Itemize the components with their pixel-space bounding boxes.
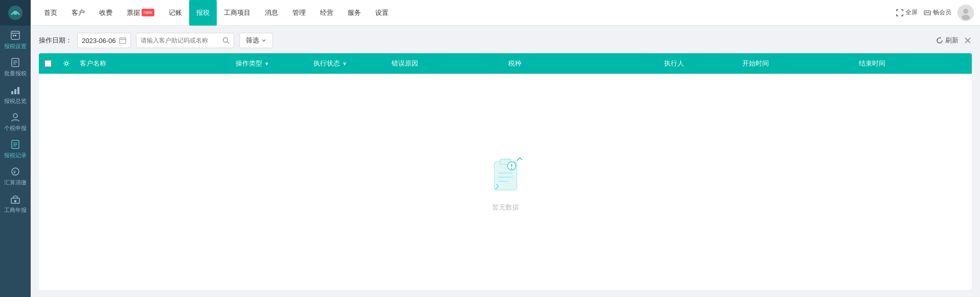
search-input[interactable]: [136, 37, 218, 44]
sidebar-item-baoshui-zonglam-label: 报税总览: [4, 97, 27, 104]
th-checkbox[interactable]: [39, 60, 57, 67]
baoshui-jilu-icon: [10, 139, 21, 150]
vip-button[interactable]: 畅会员: [924, 8, 951, 17]
nav-item-shezhi[interactable]: 设置: [368, 0, 396, 26]
piaoju-badge: new: [142, 9, 154, 16]
huisuan-jiaona-icon: ¥: [10, 166, 21, 177]
table-header: 客户名称 操作类型 ▼ 执行状态 ▼ 错误原因 税种 执行人: [39, 53, 972, 74]
svg-rect-22: [924, 11, 930, 15]
sidebar-item-baoshui-jilu-label: 报税记录: [4, 152, 27, 159]
baoshui-shezhi-icon: [10, 30, 21, 41]
close-icon: [964, 36, 972, 45]
select-all-checkbox[interactable]: [44, 60, 52, 67]
nav-item-baoshui[interactable]: 报税: [189, 0, 217, 26]
th-settings[interactable]: [57, 60, 76, 67]
empty-text: 暂无数据: [492, 203, 519, 212]
sidebar-item-gongshang-nianbao[interactable]: 工商年报: [0, 189, 31, 217]
top-nav: 首页 客户 收费 票据 new 记账 报税 工商项目 消息: [31, 0, 980, 26]
sidebar-item-piliang-baoshui[interactable]: 批量报税: [0, 53, 31, 80]
svg-point-43: [511, 168, 512, 169]
svg-line-31: [227, 42, 229, 44]
caozuo-filter-icon[interactable]: ▼: [264, 61, 269, 67]
table-body: 暂无数据: [39, 74, 972, 290]
sidebar-item-geshui-shenbao[interactable]: 个税申报: [0, 108, 31, 135]
data-table: 客户名称 操作类型 ▼ 执行状态 ▼ 错误原因 税种 执行人: [39, 53, 972, 290]
nav-item-shoufei[interactable]: 收费: [92, 0, 120, 26]
nav-item-shouye[interactable]: 首页: [37, 0, 64, 26]
sidebar-item-huisuan-jiaona[interactable]: ¥ 汇算清缴: [0, 162, 31, 189]
sidebar-item-baoshui-jilu[interactable]: 报税记录: [0, 135, 31, 162]
zhixing-filter-icon[interactable]: ▼: [342, 61, 347, 67]
svg-rect-12: [17, 87, 19, 94]
vip-icon: [924, 9, 931, 16]
baoshui-zonglam-icon: [10, 84, 21, 96]
sidebar-item-geshui-shenbao-label: 个税申报: [4, 124, 27, 132]
nav-item-jizhang[interactable]: 记账: [162, 0, 189, 26]
svg-line-45: [520, 158, 522, 160]
th-cuowu-yuanyin: 错误原因: [388, 59, 505, 68]
search-box: [136, 33, 234, 48]
fullscreen-icon: [896, 9, 903, 16]
sidebar-item-piliang-baoshui-label: 批量报税: [4, 70, 27, 77]
svg-point-34: [65, 62, 68, 65]
th-zhixing-zhuangtai: 执行状态 ▼: [309, 59, 387, 68]
svg-point-24: [963, 9, 968, 14]
sidebar-item-baoshui-zonglam[interactable]: 报税总览: [0, 80, 31, 108]
th-shuizhong: 税种: [504, 59, 660, 68]
refresh-button[interactable]: 刷新: [936, 36, 959, 45]
settings-icon: [63, 60, 70, 67]
th-jieshu-shijian: 结束时间: [855, 59, 972, 68]
nav-items: 首页 客户 收费 票据 new 记账 报税 工商项目 消息: [37, 0, 896, 26]
nav-item-guanli[interactable]: 管理: [285, 0, 313, 26]
main-area: 首页 客户 收费 票据 new 记账 报税 工商项目 消息: [31, 0, 980, 297]
th-zhixingren: 执行人: [660, 59, 738, 68]
geshui-shenbao-icon: [10, 112, 21, 123]
sidebar-logo[interactable]: [0, 0, 31, 26]
nav-item-piaoju[interactable]: 票据 new: [120, 0, 162, 26]
date-value: 2023-06-06: [82, 37, 116, 45]
th-kehu-mingcheng: 客户名称: [76, 59, 232, 68]
date-picker[interactable]: 2023-06-06: [77, 33, 131, 48]
sidebar-item-huisuan-jiaona-label: 汇算清缴: [4, 179, 27, 186]
filter-label: 筛选: [246, 36, 259, 45]
gongshang-nianbao-icon: [10, 194, 21, 205]
svg-rect-10: [11, 91, 13, 94]
nav-item-fuwu[interactable]: 服务: [340, 0, 368, 26]
search-icon: [222, 37, 230, 44]
search-button[interactable]: [218, 37, 234, 44]
svg-text:¥: ¥: [13, 169, 16, 175]
user-avatar[interactable]: [958, 5, 974, 21]
svg-rect-11: [14, 89, 16, 94]
svg-point-25: [962, 15, 970, 20]
calendar-icon: [119, 37, 126, 44]
sidebar-item-baoshui-shezhi-label: 报税设置: [4, 43, 27, 50]
sidebar-item-gongshang-nianbao-label: 工商年报: [4, 206, 27, 214]
toolbar: 操作日期： 2023-06-06: [39, 33, 972, 48]
svg-rect-21: [14, 200, 16, 202]
close-button[interactable]: [964, 36, 972, 45]
nav-item-kehu[interactable]: 客户: [64, 0, 92, 26]
sidebar: 报税设置 批量报税 报税总览: [0, 0, 31, 297]
sidebar-item-baoshui-shezhi[interactable]: 报税设置: [0, 26, 31, 53]
empty-illustration: [485, 152, 526, 198]
chevron-down-icon: [261, 38, 266, 43]
svg-line-44: [517, 158, 520, 161]
piliang-baoshui-icon: [10, 57, 21, 68]
nav-item-gongshang-xiangmu[interactable]: 工商项目: [217, 0, 258, 26]
svg-rect-5: [15, 35, 16, 36]
filter-button[interactable]: 筛选: [239, 33, 273, 48]
th-kaishi-shijian: 开始时间: [738, 59, 855, 68]
svg-rect-26: [120, 38, 126, 44]
refresh-label: 刷新: [945, 36, 959, 45]
date-label: 操作日期：: [39, 36, 72, 45]
svg-rect-4: [13, 35, 14, 36]
refresh-icon: [936, 37, 943, 44]
nav-item-xiaoxi[interactable]: 消息: [258, 0, 285, 26]
fullscreen-button[interactable]: 全屏: [896, 8, 918, 17]
svg-point-13: [13, 114, 17, 118]
svg-point-30: [223, 38, 227, 43]
svg-point-1: [13, 11, 17, 15]
topnav-right: 全屏 畅会员: [896, 5, 974, 21]
nav-item-jingying[interactable]: 经营: [313, 0, 340, 26]
th-caozuo-leixing: 操作类型 ▼: [232, 59, 309, 68]
